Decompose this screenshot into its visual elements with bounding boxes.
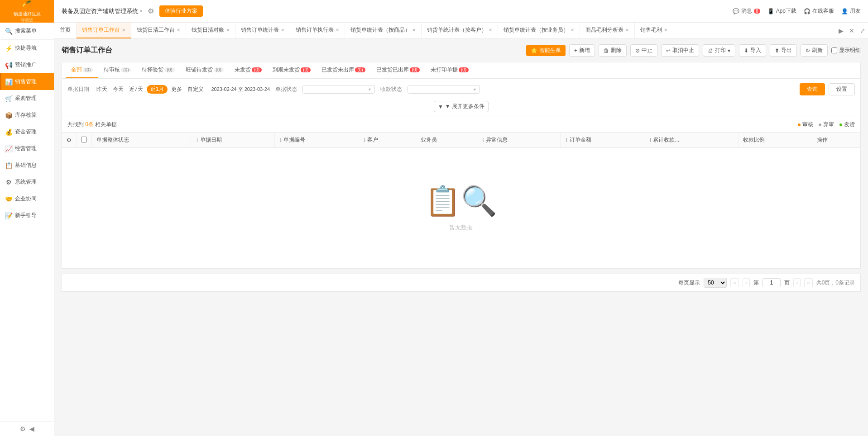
tab-sales-stats-by-product[interactable]: 销货单统计表（按商品） ✕ — [345, 23, 422, 38]
date-btn-last7[interactable]: 近7天 — [127, 85, 145, 94]
title-dropdown-arrow[interactable]: ▾ — [140, 9, 142, 14]
sub-tab-pending-check[interactable]: 待择验货(0) — [136, 62, 180, 78]
page-input[interactable] — [762, 278, 781, 287]
cancel-suspend-button[interactable]: ↩ 取消中止 — [661, 44, 699, 57]
tab-close-sales-stats-by-product[interactable]: ✕ — [412, 28, 416, 33]
next-page-button[interactable]: › — [793, 278, 801, 287]
page-wrapper: 销售订单工作台 ⭐ 智能生单 + 新增 🗑 删除 ⊘ — [54, 39, 868, 297]
th-bill-date[interactable]: ↕ 单据日期 — [191, 133, 275, 148]
sidebar-item-operations[interactable]: 📈 经营管理 — [0, 140, 54, 157]
show-detail-checkbox[interactable] — [831, 47, 837, 53]
tab-sales-stats-by-customer[interactable]: 销货单统计表（按客户） ✕ — [422, 23, 498, 38]
sidebar-item-system[interactable]: ⚙ 系统管理 — [0, 174, 54, 190]
sidebar-collapse-button[interactable]: ◀ — [29, 425, 34, 432]
delete-button[interactable]: 🗑 删除 — [599, 44, 627, 57]
tab-close-product-margin-analysis[interactable]: ✕ — [625, 28, 629, 33]
smart-create-button[interactable]: ⭐ 智能生单 — [526, 45, 566, 56]
message-button[interactable]: 💬 消息 6 — [733, 7, 760, 15]
first-page-button[interactable]: « — [730, 278, 739, 287]
query-button[interactable]: 查询 — [800, 83, 825, 95]
empty-state: 📋🔍 暂无数据 — [62, 148, 860, 268]
topbar-settings-button[interactable]: ⚙ — [148, 7, 154, 15]
sub-tab-shipped-not-out[interactable]: 已发货未出库(0) — [316, 62, 370, 78]
tabs-more-button[interactable]: ▶ — [836, 25, 846, 36]
sub-tab-all[interactable]: 全部(0) — [66, 62, 98, 78]
sidebar-item-enterprise[interactable]: 🤝 企业协同 — [0, 190, 54, 207]
payment-filter-select[interactable]: ▾ — [408, 85, 480, 94]
tab-close-sales-order-exec[interactable]: ✕ — [336, 28, 339, 33]
user-button[interactable]: 👤 用友 — [841, 7, 861, 15]
sub-tab-not-shipped[interactable]: 未发货(0) — [229, 62, 267, 78]
sidebar-item-quick-nav[interactable]: ⚡ 快捷导航 — [0, 40, 54, 57]
sidebar-item-marketing[interactable]: 📢 营销推广 — [0, 57, 54, 73]
th-bill-status: 单据整体状态 — [92, 133, 191, 148]
tab-close-sales-revenue[interactable]: ✕ — [664, 28, 667, 33]
th-order-amount[interactable]: ↕ 订单金额 — [561, 133, 644, 148]
sidebar-item-inventory[interactable]: 📦 库存核算 — [0, 107, 54, 123]
tab-sales-stats-by-staff[interactable]: 销货单统计表（按业务员） ✕ — [498, 23, 580, 38]
th-customer[interactable]: ↕ 客户 — [358, 133, 416, 148]
suspend-button[interactable]: ⊘ 中止 — [630, 44, 657, 57]
tabs-fullscreen-button[interactable]: ⤢ — [857, 25, 868, 36]
sub-tab-wangpu-deliver[interactable]: 旺铺待发货(0) — [180, 62, 229, 78]
show-detail-checkbox-label[interactable]: 显示明细 — [831, 47, 861, 54]
tab-product-margin-analysis[interactable]: 商品毛利分析表 ✕ — [580, 23, 635, 38]
refresh-button[interactable]: ↻ 刷新 — [801, 44, 828, 57]
prev-page-button[interactable]: ‹ — [743, 278, 750, 287]
bottom-scrollbar[interactable] — [62, 268, 861, 274]
sidebar-item-basic-info[interactable]: 📋 基础信息 — [0, 157, 54, 174]
sub-tab-not-printed[interactable]: 未打印单据(0) — [425, 62, 474, 78]
last-page-button[interactable]: » — [804, 278, 813, 287]
online-service-button[interactable]: 🎧 在线客服 — [804, 7, 834, 15]
tab-home[interactable]: 首页 — [54, 23, 77, 38]
date-btn-custom[interactable]: 自定义 — [186, 85, 206, 94]
sidebar-item-purchase[interactable]: 🛒 采购管理 — [0, 90, 54, 107]
set-button[interactable]: 设置 — [829, 83, 855, 95]
tab-close-sales-stats-by-customer[interactable]: ✕ — [489, 28, 492, 33]
sidebar-item-finance[interactable]: 💰 资金管理 — [0, 123, 54, 140]
date-btn-yesterday[interactable]: 昨天 — [95, 85, 109, 94]
tab-sales-order-stats[interactable]: 销售订单统计表 ✕ — [235, 23, 290, 38]
tab-close-sales-stats-by-staff[interactable]: ✕ — [571, 28, 574, 33]
th-checkbox[interactable] — [77, 133, 92, 148]
sidebar-item-search[interactable]: 🔍 搜索菜单 — [0, 23, 54, 40]
th-bill-number[interactable]: ↕ 单据编号 — [274, 133, 358, 148]
th-settings[interactable]: ⚙ — [62, 133, 77, 148]
sidebar-item-sales[interactable]: 📊 销售管理 — [0, 73, 54, 90]
tab-sales-order-workbench[interactable]: 销售订单工作台 ✕ — [77, 23, 131, 38]
tab-sales-order-exec[interactable]: 销售订单执行表 ✕ — [290, 23, 345, 38]
ship-action-button[interactable]: 发货 — [839, 121, 855, 128]
tabs-close-all-button[interactable]: ✕ — [846, 25, 857, 36]
import-button[interactable]: ⬇ 导入 — [739, 44, 766, 57]
status-filter-select[interactable]: ▾ — [302, 85, 375, 94]
sub-tabs: 全部(0) 待审核(0) 待择验货(0) 旺铺待发货(0) 未发货(0) 到期未… — [62, 62, 861, 79]
add-button[interactable]: + 新增 — [569, 44, 595, 57]
tab-sales-revenue[interactable]: 销售毛利 ✕ — [635, 23, 673, 38]
tab-cash-daily-work[interactable]: 钱货日清工作台 ✕ — [131, 23, 186, 38]
topbar: 装备及固定资产辅助管理系统 ▾ ⚙ 体验行业方案 💬 消息 6 📱 App下载 … — [54, 0, 868, 23]
expand-filter-button[interactable]: ▼ ▼ 展开更多条件 — [434, 101, 489, 112]
tab-close-cash-goods-reconcile[interactable]: ✕ — [226, 28, 230, 33]
page-size-select[interactable]: 10 20 50 100 — [704, 278, 727, 288]
app-download-button[interactable]: 📱 App下载 — [767, 7, 796, 15]
date-btn-today[interactable]: 今天 — [111, 85, 125, 94]
th-total-received[interactable]: ↕ 累计收款... — [644, 133, 739, 148]
cancel-review-action-button[interactable]: 弃审 — [819, 121, 834, 128]
tab-close-sales-order-workbench[interactable]: ✕ — [122, 28, 125, 33]
tab-close-cash-daily-work[interactable]: ✕ — [177, 28, 180, 33]
tab-close-sales-order-stats[interactable]: ✕ — [281, 28, 284, 33]
sub-tab-pending-review[interactable]: 待审核(0) — [98, 62, 136, 78]
trial-button[interactable]: 体验行业方案 — [159, 5, 203, 17]
review-action-button[interactable]: 审核 — [798, 121, 813, 128]
print-button[interactable]: 🖨 打印 ▾ — [703, 44, 735, 57]
date-btn-last1month[interactable]: 近1月 — [147, 85, 168, 94]
sidebar-settings-button[interactable]: ⚙ — [20, 425, 26, 432]
select-all-checkbox[interactable] — [81, 137, 87, 142]
sidebar-item-guide[interactable]: 📝 新手引导 — [0, 207, 54, 224]
th-anomaly-info[interactable]: ↕ 异常信息 — [477, 133, 561, 148]
export-button[interactable]: ⬆ 导出 — [770, 44, 797, 57]
sub-tab-expired-not-shipped[interactable]: 到期未发货(0) — [267, 62, 316, 78]
tab-cash-goods-reconcile[interactable]: 钱货日清对账 ✕ — [186, 23, 235, 38]
sub-tab-shipped-out[interactable]: 已发货已出库(0) — [371, 62, 425, 78]
date-btn-more[interactable]: 更多 — [169, 85, 184, 94]
